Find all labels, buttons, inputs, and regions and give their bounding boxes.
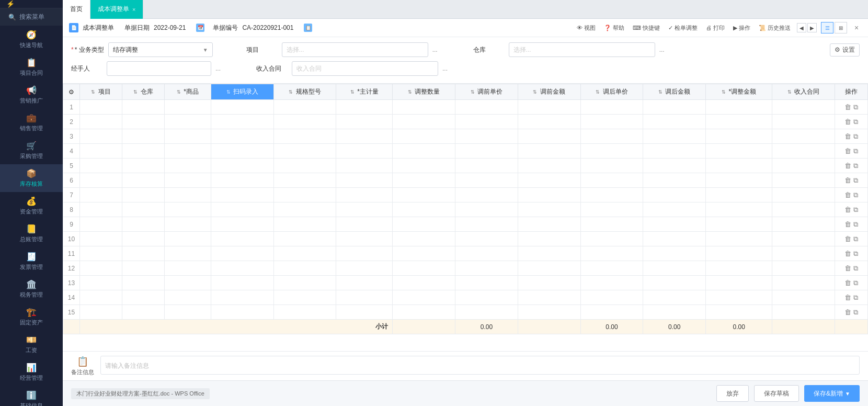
table-cell[interactable] (580, 159, 643, 173)
calendar-icon[interactable]: 📅 (196, 24, 204, 32)
table-cell[interactable] (643, 246, 706, 261)
close-button[interactable]: × (851, 22, 862, 33)
table-cell[interactable] (518, 202, 580, 217)
table-cell[interactable] (80, 232, 122, 246)
table-cell[interactable] (80, 188, 122, 202)
table-cell[interactable] (393, 115, 455, 129)
check-adj-btn[interactable]: ✓ 检单调整 (666, 23, 700, 33)
table-cell[interactable] (80, 246, 122, 261)
table-cell[interactable] (273, 159, 336, 173)
print-btn[interactable]: 🖨 打印 (704, 23, 727, 33)
table-cell[interactable] (122, 232, 165, 246)
table-cell[interactable] (80, 115, 122, 129)
table-cell[interactable] (393, 129, 455, 144)
delete-row-icon[interactable]: 🗑 (844, 176, 851, 184)
table-cell[interactable] (706, 246, 772, 261)
table-row[interactable]: 8🗑⧉ (63, 202, 868, 217)
table-cell[interactable] (643, 144, 706, 159)
table-cell[interactable] (393, 217, 455, 232)
table-cell[interactable] (518, 159, 580, 173)
settings-button[interactable]: ⚙ 设置 (830, 43, 860, 57)
copy-row-icon[interactable]: ⧉ (853, 118, 858, 126)
table-cell[interactable] (643, 115, 706, 129)
table-cell[interactable] (706, 188, 772, 202)
grid-view-btn[interactable]: ⊞ (835, 22, 847, 33)
sidebar-item-tax[interactable]: 🏛️ 税务管理 (0, 275, 63, 303)
table-cell[interactable] (772, 100, 835, 115)
table-cell[interactable] (772, 144, 835, 159)
table-cell[interactable] (455, 159, 518, 173)
sidebar-item-quick-nav[interactable]: 🧭 快速导航 (0, 26, 63, 53)
table-cell[interactable] (580, 188, 643, 202)
table-cell[interactable] (211, 276, 273, 290)
table-cell[interactable] (580, 115, 643, 129)
table-cell[interactable] (165, 173, 211, 188)
table-cell[interactable] (455, 115, 518, 129)
table-cell[interactable] (393, 100, 455, 115)
table-cell[interactable] (518, 246, 580, 261)
table-cell[interactable] (336, 100, 393, 115)
table-cell[interactable] (393, 159, 455, 173)
table-cell[interactable] (580, 217, 643, 232)
table-cell[interactable] (706, 276, 772, 290)
notes-input[interactable]: 请输入备注信息 (100, 356, 860, 375)
table-cell[interactable] (211, 115, 273, 129)
table-cell[interactable] (273, 246, 336, 261)
sidebar-item-purchase-mgmt[interactable]: 🛒 采购管理 (0, 137, 63, 164)
sidebar-item-inventory[interactable]: 📦 库存核算 (0, 164, 63, 192)
table-cell[interactable] (643, 129, 706, 144)
table-cell[interactable] (393, 305, 455, 320)
delete-row-icon[interactable]: 🗑 (844, 250, 851, 257)
table-cell[interactable] (393, 144, 455, 159)
sidebar-item-project-contract[interactable]: 📋 项目合同 (0, 53, 63, 81)
table-row[interactable]: 10🗑⧉ (63, 232, 868, 246)
sidebar-search[interactable]: 🔍 搜索菜单 (0, 8, 63, 26)
table-cell[interactable] (706, 232, 772, 246)
delete-row-icon[interactable]: 🗑 (844, 220, 851, 228)
table-cell[interactable] (336, 290, 393, 305)
sidebar-item-basic-info[interactable]: ℹ️ 基础信息 (0, 386, 63, 406)
table-cell[interactable] (455, 100, 518, 115)
view-btn[interactable]: 👁 视图 (575, 23, 598, 33)
table-cell[interactable] (165, 202, 211, 217)
table-cell[interactable] (772, 188, 835, 202)
table-cell[interactable] (393, 173, 455, 188)
table-cell[interactable] (165, 144, 211, 159)
table-cell[interactable] (706, 144, 772, 159)
table-cell[interactable] (165, 261, 211, 276)
copy-row-icon[interactable]: ⧉ (853, 103, 858, 111)
table-cell[interactable] (580, 290, 643, 305)
table-cell[interactable] (165, 246, 211, 261)
table-cell[interactable] (455, 217, 518, 232)
table-cell[interactable] (336, 159, 393, 173)
table-cell[interactable] (273, 129, 336, 144)
table-cell[interactable] (518, 144, 580, 159)
table-cell[interactable] (580, 202, 643, 217)
table-cell[interactable] (455, 129, 518, 144)
table-cell[interactable] (393, 290, 455, 305)
sidebar-item-ops-mgmt[interactable]: 📊 经营管理 (0, 358, 63, 386)
warehouse-ellipsis[interactable]: ... (657, 46, 667, 53)
table-cell[interactable] (165, 115, 211, 129)
table-cell[interactable] (455, 188, 518, 202)
table-row[interactable]: 15🗑⧉ (63, 305, 868, 320)
table-cell[interactable] (336, 261, 393, 276)
handler-input[interactable] (107, 61, 211, 76)
table-cell[interactable] (580, 246, 643, 261)
table-cell[interactable] (393, 246, 455, 261)
table-row[interactable]: 11🗑⧉ (63, 246, 868, 261)
table-cell[interactable] (772, 305, 835, 320)
table-cell[interactable] (336, 115, 393, 129)
table-cell[interactable] (122, 188, 165, 202)
table-cell[interactable] (336, 232, 393, 246)
table-cell[interactable] (643, 232, 706, 246)
table-cell[interactable] (165, 100, 211, 115)
table-cell[interactable] (165, 159, 211, 173)
prev-arrow[interactable]: ◀ (797, 23, 806, 32)
discard-button[interactable]: 放弃 (716, 385, 749, 402)
table-cell[interactable] (643, 173, 706, 188)
table-cell[interactable] (772, 129, 835, 144)
copy-row-icon[interactable]: ⧉ (853, 191, 858, 199)
table-cell[interactable] (80, 290, 122, 305)
table-cell[interactable] (336, 144, 393, 159)
